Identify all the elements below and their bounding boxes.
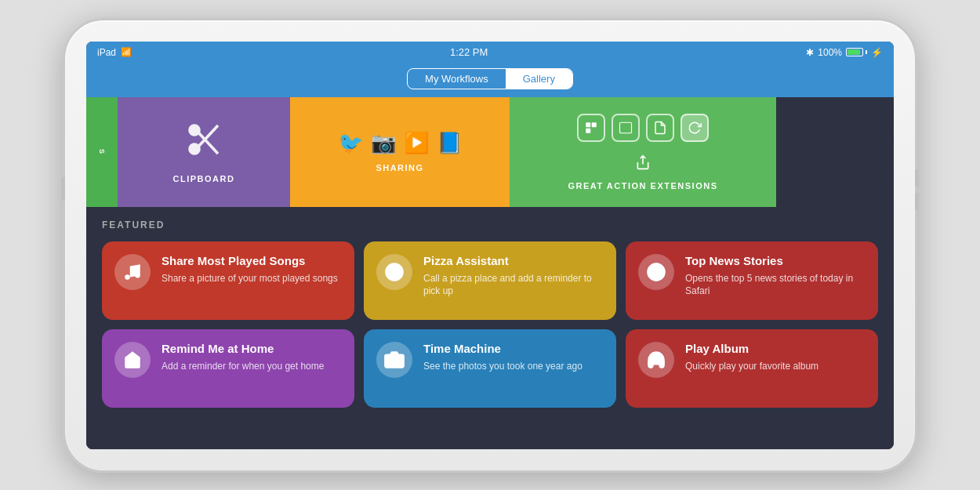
globe-icon-area (638, 254, 674, 290)
workflow-card-time-machine[interactable]: Time Machine See the photos you took one… (364, 329, 616, 408)
card-desc-time-machine: See the photos you took one year ago (423, 360, 604, 373)
workflow-card-pizza[interactable]: Pizza Assistant Call a pizza place and a… (364, 241, 616, 320)
card-desc-share: Share a picture of your most played song… (162, 272, 342, 285)
status-left: iPad 📶 (97, 47, 132, 58)
workflow-card-play-album[interactable]: Play Album Quickly play your favorite al… (626, 329, 878, 408)
tab-bar: My Workflows Gallery (86, 64, 894, 97)
twitter-icon: 🐦 (338, 131, 363, 155)
battery-tip (866, 50, 867, 54)
action-icon-2 (612, 114, 640, 142)
battery-fill (848, 49, 860, 55)
battery-percent: 100% (818, 47, 842, 58)
social-icons: 🐦 📷 ▶️ 📘 (338, 131, 462, 155)
cat-shortcuts-label: S (98, 149, 106, 154)
svg-point-9 (125, 274, 130, 280)
action-icon-1 (577, 114, 605, 142)
card-desc-news: Opens the top 5 news stories of today in… (685, 272, 866, 299)
music-icon-area (114, 254, 151, 290)
side-button[interactable] (61, 177, 65, 201)
card-desc-play-album: Quickly play your favorite album (685, 360, 866, 373)
headphones-icon-area (638, 342, 674, 378)
category-action-extensions[interactable]: GREAT ACTION EXTENSIONS (510, 97, 776, 207)
share-icon-container (635, 154, 651, 173)
svg-point-13 (393, 270, 396, 273)
cat-sharing-label: SHARING (376, 163, 423, 172)
action-icons (577, 114, 709, 142)
category-shortcuts-partial[interactable]: S (86, 97, 118, 207)
charging-icon: ⚡ (871, 47, 883, 58)
ipad-device: iPad 📶 1:22 PM ✱ 100% ⚡ My Workflows (63, 18, 917, 473)
status-bar: iPad 📶 1:22 PM ✱ 100% ⚡ (86, 42, 894, 64)
workflow-grid: Share Most Played Songs Share a picture … (102, 241, 878, 408)
workflow-card-share-most-played[interactable]: Share Most Played Songs Share a picture … (102, 241, 354, 320)
cat-action-label: GREAT ACTION EXTENSIONS (568, 181, 718, 191)
card-title-remind: Remind Me at Home (162, 342, 342, 356)
svg-point-16 (391, 357, 398, 364)
workflow-card-remind[interactable]: Remind Me at Home Add a reminder for whe… (102, 329, 354, 408)
card-title-share: Share Most Played Songs (162, 254, 342, 268)
section-title: FEATURED (102, 220, 878, 230)
tab-gallery[interactable]: Gallery (506, 69, 572, 89)
action-icon-3 (646, 114, 674, 142)
battery-box (846, 48, 863, 56)
card-text-play-album: Play Album Quickly play your favorite al… (685, 342, 866, 373)
clock: 1:22 PM (450, 46, 488, 58)
scissors-icon (185, 121, 223, 166)
card-text-news: Top News Stories Opens the top 5 news st… (685, 254, 866, 299)
youtube-icon: ▶️ (404, 131, 429, 155)
category-scroll[interactable]: S CLIPBOARD 🐦 📷 (86, 97, 894, 207)
volume-down-button[interactable] (915, 193, 919, 210)
ipad-label: iPad (97, 47, 116, 58)
workflow-card-news[interactable]: Top News Stories Opens the top 5 news st… (626, 241, 878, 320)
volume-up-button[interactable] (915, 169, 919, 187)
category-sharing[interactable]: 🐦 📷 ▶️ 📘 SHARING (290, 97, 510, 207)
wifi-icon: 📶 (121, 47, 132, 57)
svg-point-10 (135, 273, 140, 278)
tab-segment: My Workflows Gallery (407, 68, 573, 89)
card-title-news: Top News Stories (685, 254, 866, 268)
svg-rect-4 (586, 122, 590, 127)
home-icon-area (114, 342, 151, 378)
card-title-pizza: Pizza Assistant (423, 254, 604, 268)
card-title-play-album: Play Album (685, 342, 866, 356)
card-desc-remind: Add a reminder for when you get home (162, 360, 342, 373)
action-icon-4 (681, 114, 709, 142)
status-right: ✱ 100% ⚡ (806, 47, 883, 58)
card-title-time-machine: Time Machine (423, 342, 604, 356)
card-text-remind: Remind Me at Home Add a reminder for whe… (162, 342, 342, 373)
cat-clipboard-label: CLIPBOARD (173, 174, 235, 183)
category-clipboard[interactable]: CLIPBOARD (118, 97, 290, 207)
volume-buttons (915, 169, 919, 210)
tab-my-workflows[interactable]: My Workflows (408, 69, 506, 89)
card-text-pizza: Pizza Assistant Call a pizza place and a… (423, 254, 604, 299)
camera-icon-area (376, 342, 412, 378)
ipad-screen: iPad 📶 1:22 PM ✱ 100% ⚡ My Workflows (86, 42, 894, 449)
bluetooth-icon: ✱ (806, 47, 814, 58)
card-desc-pizza: Call a pizza place and add a reminder to… (423, 272, 604, 299)
target-icon-area (376, 254, 412, 290)
card-text-share: Share Most Played Songs Share a picture … (162, 254, 342, 285)
svg-rect-6 (586, 128, 590, 132)
main-content: FEATURED Share Most Played Songs Share a… (86, 207, 894, 449)
facebook-icon: 📘 (437, 131, 462, 155)
svg-rect-5 (592, 122, 597, 127)
card-text-time-machine: Time Machine See the photos you took one… (423, 342, 604, 373)
svg-rect-7 (620, 122, 632, 133)
instagram-icon: 📷 (371, 131, 396, 155)
battery-indicator (846, 48, 867, 56)
